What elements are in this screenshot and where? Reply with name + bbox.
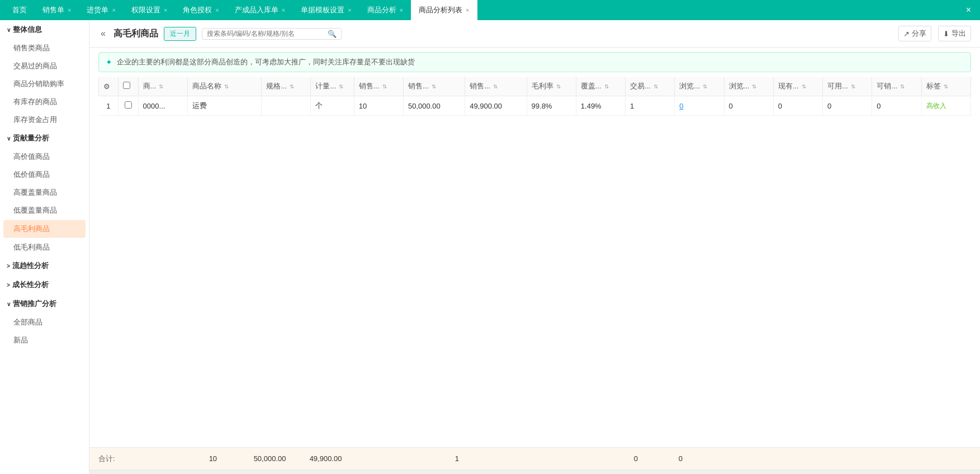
share-icon: ↗ (903, 30, 910, 38)
col-header-tag[interactable]: 标签⇅ (921, 77, 970, 96)
sidebar-item-高覆盖量商品[interactable]: 高覆盖量商品 (0, 184, 89, 201)
nav-close-icon[interactable]: × (282, 7, 285, 13)
nav-item-权限设置[interactable]: 权限设置× (124, 0, 175, 20)
nav-item-首页[interactable]: 首页 (4, 0, 35, 20)
sidebar-section-贡献量分析[interactable]: ∨贡献量分析 (0, 129, 89, 148)
sidebar-section-arrow: > (7, 263, 10, 269)
sidebar-item-低价值商品[interactable]: 低价值商品 (0, 166, 89, 184)
table-container[interactable]: ⚙商...⇅商品名称⇅规格...⇅计量...⇅销售...⇅销售...⇅销售...… (89, 77, 980, 447)
nav-item-销售单[interactable]: 销售单× (35, 0, 79, 20)
sidebar-section-营销推广分析[interactable]: ∨营销推广分析 (0, 294, 89, 313)
col-header-unit[interactable]: 计量...⇅ (311, 77, 354, 96)
col-header-gross_margin[interactable]: 毛利率⇅ (527, 77, 576, 96)
sidebar-section-label: 整体信息 (13, 25, 42, 35)
share-button[interactable]: ↗ 分享 (898, 26, 931, 41)
col-header-sales_amount[interactable]: 销售...⇅ (403, 77, 465, 96)
header-actions: ↗ 分享 ⬇ 导出 (898, 26, 971, 41)
sidebar-item-低毛利商品[interactable]: 低毛利商品 (0, 238, 89, 256)
info-icon: ✦ (106, 58, 112, 67)
select-all-checkbox[interactable] (123, 82, 130, 89)
col-header-current_stock[interactable]: 现有...⇅ (773, 77, 822, 96)
col-header-sales_cost[interactable]: 销售...⇅ (465, 77, 527, 96)
sidebar-section-label: 营销推广分析 (13, 299, 56, 309)
footer-label: 合计: (98, 454, 115, 464)
sidebar-item-高价值商品[interactable]: 高价值商品 (0, 148, 89, 166)
export-button[interactable]: ⬇ 导出 (938, 26, 971, 41)
col-header-browse2[interactable]: 浏览...⇅ (724, 77, 773, 96)
sidebar-item-有库存的商品[interactable]: 有库存的商品 (0, 93, 89, 111)
cell-spec (262, 96, 311, 116)
nav-close-icon[interactable]: × (348, 7, 351, 13)
sidebar-item-库存资金占用[interactable]: 库存资金占用 (0, 111, 89, 129)
nav-close-icon[interactable]: × (112, 7, 115, 13)
sidebar-item-商品分销助购率[interactable]: 商品分销助购率 (0, 75, 89, 93)
data-table: ⚙商...⇅商品名称⇅规格...⇅计量...⇅销售...⇅销售...⇅销售...… (98, 77, 971, 116)
cell-current_stock: 0 (773, 96, 822, 116)
sidebar-section-整体信息[interactable]: ∨整体信息 (0, 20, 89, 39)
footer-sales-qty: 10 (205, 454, 249, 463)
sidebar-item-交易过的商品[interactable]: 交易过的商品 (0, 57, 89, 75)
filter-month-button[interactable]: 近一月 (164, 27, 196, 41)
export-icon: ⬇ (943, 30, 949, 38)
cell-sales_qty: 10 (354, 96, 403, 116)
cell-unit: 个 (311, 96, 354, 116)
cell-code: 0000... (138, 96, 187, 116)
cell-browse2: 0 (724, 96, 773, 116)
col-header-coverage[interactable]: 覆盖...⇅ (576, 77, 625, 96)
nav-close-icon[interactable]: × (164, 7, 167, 13)
collapse-sidebar-button[interactable]: « (98, 26, 108, 41)
col-header-sales_qty[interactable]: 销售...⇅ (354, 77, 403, 96)
sidebar-item-新品[interactable]: 新品 (0, 331, 89, 349)
sidebar-item-全部商品[interactable]: 全部商品 (0, 313, 89, 331)
content-header: « 高毛利商品 近一月 🔍 ↗ 分享 ⬇ 导出 (89, 20, 980, 48)
nav-item-单据模板设置[interactable]: 单据模板设置× (293, 0, 359, 20)
nav-item-产成品入库单[interactable]: 产成品入库单× (227, 0, 293, 20)
sidebar-item-低覆盖量商品[interactable]: 低覆盖量商品 (0, 201, 89, 219)
search-input[interactable] (207, 30, 328, 37)
col-header-trade[interactable]: 交易...⇅ (626, 77, 675, 96)
col-header-spec[interactable]: 规格...⇅ (262, 77, 311, 96)
sidebar-section-arrow: > (7, 282, 10, 288)
cell-browse1: 0 (675, 96, 724, 116)
col-header-browse1[interactable]: 浏览...⇅ (675, 77, 724, 96)
col-header-name[interactable]: 商品名称⇅ (187, 77, 261, 96)
settings-icon[interactable]: ⚙ (103, 82, 110, 91)
info-banner: ✦ 企业的主要的利润都是这部分商品创造的，可考虑加大推广，同时关注库存量是不要出… (98, 52, 971, 72)
cell-name: 运费 (187, 96, 261, 116)
sidebar-section-label: 流趋性分析 (12, 261, 49, 271)
footer-sales-amount: 50,000.00 (249, 454, 305, 463)
nav-item-商品分析[interactable]: 商品分析× (359, 0, 411, 20)
cell-sales_cost: 49,900.00 (465, 96, 527, 116)
cell-available_stock: 0 (823, 96, 872, 116)
nav-close-icon[interactable]: × (466, 7, 469, 13)
footer-bar: 合计: 10 50,000.00 49,900.00 1 0 0 (89, 447, 980, 470)
tag-badge: 高收入 (926, 102, 946, 110)
sidebar-item-销售类商品[interactable]: 销售类商品 (0, 39, 89, 57)
browse-link[interactable]: 0 (679, 102, 683, 110)
close-window-button[interactable]: × (962, 5, 976, 15)
nav-item-进货单[interactable]: 进货单× (79, 0, 123, 20)
nav-item-商品分析列表[interactable]: 商品分析列表× (411, 0, 477, 20)
nav-close-icon[interactable]: × (68, 7, 71, 13)
footer-sellable-stock: 0 (674, 454, 719, 463)
col-header-available_stock[interactable]: 可用...⇅ (823, 77, 872, 96)
cell-tag: 高收入 (921, 96, 970, 116)
sidebar-item-高毛利商品[interactable]: 高毛利商品 (3, 220, 86, 238)
nav-close-icon[interactable]: × (400, 7, 403, 13)
row-checkbox[interactable] (125, 101, 132, 109)
cell-sellable_stock: 0 (872, 96, 921, 116)
page-title: 高毛利商品 (113, 28, 158, 40)
bottom-scrollbar[interactable] (89, 470, 980, 474)
cell-coverage: 1.49% (576, 96, 625, 116)
top-navigation: 首页销售单×进货单×权限设置×角色授权×产成品入库单×单据模板设置×商品分析×商… (0, 0, 980, 20)
sidebar-section-arrow: ∨ (7, 27, 11, 33)
col-header-sellable_stock[interactable]: 可销...⇅ (872, 77, 921, 96)
footer-available-stock: 0 (629, 454, 674, 463)
col-header-code[interactable]: 商...⇅ (138, 77, 187, 96)
sidebar-section-label: 成长性分析 (12, 280, 49, 290)
sidebar-section-成长性分析[interactable]: >成长性分析 (0, 275, 89, 294)
footer-sales-cost: 49,900.00 (305, 454, 361, 463)
nav-item-角色授权[interactable]: 角色授权× (175, 0, 226, 20)
nav-close-icon[interactable]: × (215, 7, 219, 13)
sidebar-section-流趋性分析[interactable]: >流趋性分析 (0, 256, 89, 275)
